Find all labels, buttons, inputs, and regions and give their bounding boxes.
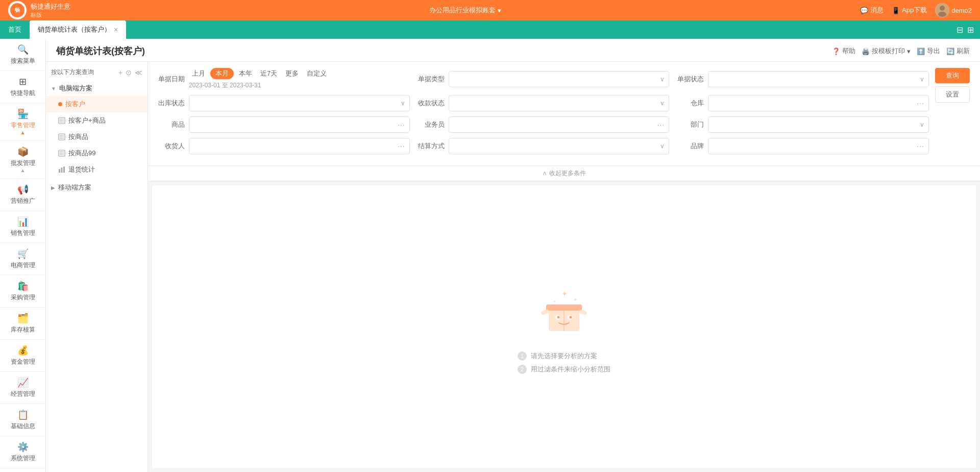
empty-tip-2: 2 用过滤条件来缩小分析范围 [518, 365, 610, 374]
edit-scheme-button[interactable]: ⊙ [126, 68, 132, 77]
scheme-group-pc-header[interactable]: ▼ 电脑端方案 [46, 81, 148, 96]
scheme-group-arrow: ▼ [51, 86, 56, 91]
doc-status-select[interactable] [708, 71, 929, 87]
active-dot [58, 102, 62, 106]
sidebar-item-quicknav[interactable]: ⊞ 快捷导航 [0, 71, 45, 103]
brand-label: 品牌 [677, 141, 704, 151]
app-title: 畅捷通好生意 [31, 2, 70, 11]
date-tab-7days[interactable]: 近7天 [257, 68, 280, 79]
date-filter-item: 单据日期 上月 本月 本年 近7天 更多 自定义 [158, 68, 410, 90]
sidebar-item-purchase[interactable]: 🛍️ 采购管理 [0, 275, 45, 308]
retail-icon: 🏪 [17, 108, 29, 120]
svg-point-2 [938, 12, 946, 17]
empty-tips: 1 请先选择要分析的方案 2 用过滤条件来缩小分析范围 [518, 351, 610, 374]
maximize-icon[interactable]: ⊞ [967, 25, 974, 35]
date-tab-this-month[interactable]: 本月 [210, 68, 234, 79]
message-icon: 💬 [860, 7, 868, 14]
collapse-panel-button[interactable]: ≪ [135, 68, 142, 77]
company-dropdown[interactable]: 办公用品行业模拟账套 ▾ [429, 6, 501, 15]
sidebar-item-enterprise[interactable]: 🏢 企业协同 [0, 468, 45, 472]
app-subtitle: 标版 [31, 11, 70, 19]
message-button[interactable]: 💬 消息 [860, 6, 884, 15]
sidebar-item-marketing[interactable]: 📢 营销推广 [0, 179, 45, 211]
scheme-item-by-goods[interactable]: 按商品 [46, 129, 148, 145]
user-menu[interactable]: demo2 [935, 3, 972, 17]
scheme-group-mobile-header[interactable]: ▶ 移动端方案 [46, 180, 148, 195]
empty-state: ✦ ✦ ✦ 1 请先选择要分析的方案 2 用过滤条件来缩小分析范围 [152, 185, 976, 468]
receive-status-select[interactable] [449, 95, 670, 111]
scheme-item-by-goods99[interactable]: 按商品99 [46, 145, 148, 161]
date-range-display: 2023-03-01 至 2023-03-31 [189, 81, 410, 90]
sidebar: 🔍 搜索菜单 ⊞ 快捷导航 🏪 零售管理 ▲ 📦 批发管理 ▲ 📢 营销推广 📊… [0, 39, 46, 472]
refresh-button[interactable]: 🔄 刷新 [946, 46, 970, 56]
sidebar-item-basics[interactable]: 📋 基础信息 [0, 404, 45, 436]
date-tab-last-month[interactable]: 上月 [189, 68, 208, 79]
tab-close-icon[interactable]: × [114, 26, 118, 34]
chevron-down-icon: ▾ [907, 48, 911, 55]
empty-tip-1: 1 请先选择要分析的方案 [518, 351, 610, 361]
app-download-button[interactable]: 📱 App下载 [892, 6, 927, 15]
scheme-group-pc: ▼ 电脑端方案 按客户 [46, 81, 148, 178]
scheme-item-return-stats[interactable]: 退货统计 [46, 161, 148, 178]
download-icon: 📱 [892, 7, 900, 14]
right-panel: 单据日期 上月 本月 本年 近7天 更多 自定义 [148, 62, 980, 472]
sidebar-item-search[interactable]: 🔍 搜索菜单 [0, 39, 45, 71]
left-scheme-panel: 按以下方案查询 + ⊙ ≪ ▼ 电脑端方案 [46, 62, 148, 472]
svg-rect-17 [63, 167, 65, 173]
sidebar-item-operations[interactable]: 📈 经营管理 [0, 372, 45, 404]
staff-select[interactable] [449, 116, 670, 133]
export-button[interactable]: ⬆️ 导出 [917, 46, 940, 56]
query-button[interactable]: 查询 [935, 68, 970, 83]
content-area: 销货单统计表(按客户) ❓ 帮助 🖨️ 按模板打印 ▾ ⬆️ 导出 🔄 刷新 [46, 39, 980, 472]
scheme-item-by-customer[interactable]: 按客户 [46, 96, 148, 112]
warehouse-select[interactable] [708, 95, 929, 111]
add-scheme-button[interactable]: + [118, 68, 122, 77]
wholesale-icon: 📦 [17, 146, 29, 157]
receiver-select[interactable] [189, 138, 410, 154]
staff-label: 业务员 [418, 120, 445, 129]
collapse-bar[interactable]: ∧ 收起更多条件 [148, 166, 980, 181]
chart-icon [58, 166, 65, 173]
doc-type-select[interactable] [449, 71, 670, 87]
app-logo: 畅 [8, 1, 27, 19]
sidebar-item-wholesale[interactable]: 📦 批发管理 ▲ [0, 141, 45, 179]
settlement-select[interactable] [449, 138, 670, 154]
help-icon: ❓ [832, 48, 840, 55]
print-button[interactable]: 🖨️ 按模板打印 ▾ [862, 46, 911, 56]
warehouse-label: 仓库 [677, 99, 704, 108]
sidebar-item-inventory[interactable]: 🗂️ 库存核算 [0, 308, 45, 340]
scheme-item-by-customer-goods[interactable]: 按客户+商品 [46, 112, 148, 129]
topbar-center[interactable]: 办公用品行业模拟账套 ▾ [429, 6, 501, 15]
content-body: 按以下方案查询 + ⊙ ≪ ▼ 电脑端方案 [46, 62, 980, 472]
setting-button[interactable]: 设置 [935, 86, 970, 103]
minimize-icon[interactable]: ⊟ [957, 25, 963, 35]
goods-filter-item: 商品 [158, 116, 410, 133]
sidebar-item-retail[interactable]: 🏪 零售管理 ▲ [0, 103, 45, 141]
chevron-down-icon: ▲ [20, 130, 26, 135]
date-tab-custom[interactable]: 自定义 [304, 68, 330, 79]
left-panel-header: 按以下方案查询 + ⊙ ≪ [46, 66, 148, 81]
settlement-label: 结算方式 [418, 141, 445, 151]
date-tab-this-year[interactable]: 本年 [236, 68, 255, 79]
sidebar-item-sales[interactable]: 📊 销售管理 [0, 211, 45, 243]
sidebar-item-ecommerce[interactable]: 🛒 电商管理 [0, 243, 45, 275]
goods-select[interactable] [189, 116, 410, 133]
scheme-item-icon [58, 150, 65, 157]
out-status-filter-item: 出库状态 [158, 95, 410, 111]
out-status-select[interactable] [189, 95, 410, 111]
tab-home[interactable]: 首页 [0, 20, 30, 39]
receiver-filter-item: 收货人 [158, 138, 410, 154]
chevron-up-icon: ▲ [20, 168, 26, 173]
page-title: 销货单统计表(按客户) [56, 45, 145, 57]
receive-status-filter-item: 收款状态 [418, 95, 670, 111]
help-button[interactable]: ❓ 帮助 [832, 46, 855, 56]
sidebar-item-finance[interactable]: 💰 资金管理 [0, 340, 45, 372]
tab-sales-stats[interactable]: 销货单统计表（按客户） × [30, 20, 126, 39]
sidebar-item-system[interactable]: ⚙️ 系统管理 [0, 436, 45, 468]
brand-select[interactable] [708, 138, 929, 154]
tabbar-expand: ⊟ ⊞ [957, 25, 980, 35]
dept-select[interactable] [708, 116, 929, 133]
date-tab-more[interactable]: 更多 [282, 68, 302, 79]
chevron-down-icon: ▾ [498, 7, 501, 14]
brand-filter-item: 品牌 [677, 138, 929, 154]
